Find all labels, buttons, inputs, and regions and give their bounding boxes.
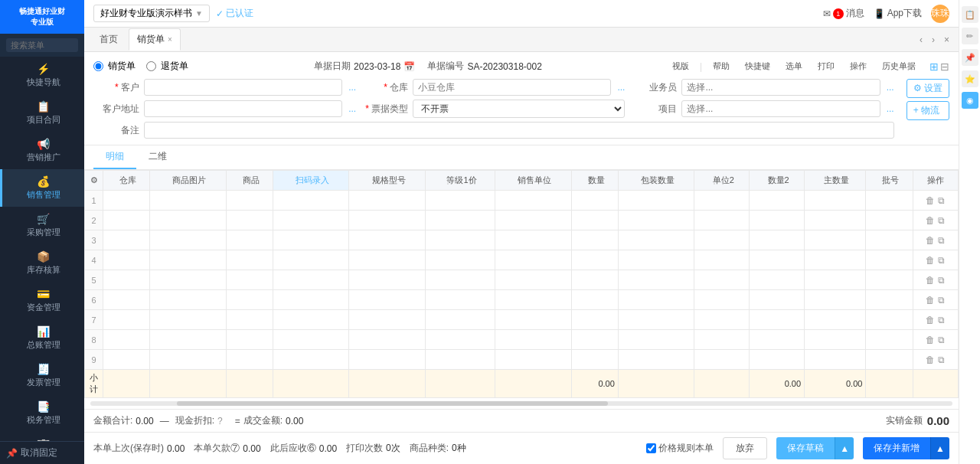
- toolbar-shortcut-btn[interactable]: 快捷键: [740, 58, 775, 74]
- col-resizer[interactable]: ⋮: [443, 175, 446, 185]
- table-cell[interactable]: [805, 270, 866, 290]
- right-panel-btn-4[interactable]: ⭐: [962, 70, 978, 87]
- warehouse-dots-btn[interactable]: ...: [617, 82, 625, 93]
- table-cell[interactable]: [618, 330, 694, 350]
- save-draft-arrow-btn[interactable]: ▲: [835, 437, 854, 459]
- table-cell[interactable]: [618, 250, 694, 270]
- table-cell[interactable]: [805, 250, 866, 270]
- copy-row-btn[interactable]: ⧉: [938, 335, 945, 345]
- table-cell[interactable]: [571, 211, 618, 230]
- table-cell[interactable]: [694, 191, 750, 211]
- sidebar-item-tax[interactable]: 📑 税务管理: [0, 394, 84, 432]
- sidebar-item-project[interactable]: 📋 项目合同: [0, 94, 84, 132]
- delete-row-btn[interactable]: 🗑: [926, 195, 935, 206]
- col-resizer[interactable]: ⋮: [710, 175, 713, 185]
- table-cell[interactable]: [273, 230, 349, 250]
- sidebar-search-input[interactable]: [6, 38, 78, 52]
- table-cell[interactable]: [273, 310, 349, 330]
- table-cell[interactable]: [150, 330, 227, 350]
- table-cell[interactable]: [426, 191, 495, 211]
- table-cell[interactable]: [866, 290, 913, 310]
- delete-row-btn[interactable]: 🗑: [926, 255, 935, 266]
- table-cell[interactable]: [349, 270, 426, 290]
- table-cell[interactable]: [150, 191, 227, 211]
- table-cell[interactable]: [866, 230, 913, 250]
- right-panel-btn-5[interactable]: ◉: [962, 92, 978, 109]
- project-dots-btn[interactable]: ...: [887, 103, 894, 114]
- table-cell[interactable]: [150, 211, 227, 230]
- table-cell[interactable]: [750, 211, 805, 230]
- table-cell[interactable]: [426, 350, 495, 370]
- table-cell[interactable]: [103, 250, 150, 270]
- table-cell[interactable]: [495, 230, 572, 250]
- table-cell[interactable]: [805, 191, 866, 211]
- table-cell[interactable]: [226, 330, 273, 350]
- table-cell[interactable]: [273, 290, 349, 310]
- table-cell[interactable]: [694, 350, 750, 370]
- table-cell[interactable]: [103, 310, 150, 330]
- table-cell[interactable]: [571, 350, 618, 370]
- sidebar-item-purchase[interactable]: 🛒 采购管理: [0, 207, 84, 244]
- table-cell[interactable]: [495, 310, 572, 330]
- table-cell[interactable]: [150, 310, 227, 330]
- table-cell[interactable]: [103, 350, 150, 370]
- table-cell[interactable]: [694, 211, 750, 230]
- sidebar-cancel-pin[interactable]: 📌 取消固定: [0, 441, 84, 464]
- tab-sales-order[interactable]: 销货单 ×: [129, 28, 181, 51]
- layout-icon-2[interactable]: ⊟: [940, 60, 949, 73]
- layout-icon-1[interactable]: ⊞: [929, 60, 939, 73]
- table-cell[interactable]: [349, 230, 426, 250]
- sidebar-item-quick-nav[interactable]: ⚡ 快捷导航: [0, 57, 84, 94]
- customer-addr-dots-btn[interactable]: ...: [348, 103, 356, 114]
- table-cell[interactable]: [694, 330, 750, 350]
- table-cell[interactable]: [866, 250, 913, 270]
- sidebar-item-invoice[interactable]: 🧾 发票管理: [0, 357, 84, 394]
- company-selector[interactable]: 好业财专业版演示样书 ▼: [93, 5, 210, 22]
- table-cell[interactable]: [103, 191, 150, 211]
- table-cell[interactable]: [694, 310, 750, 330]
- customer-dots-btn[interactable]: ...: [348, 82, 356, 93]
- table-cell[interactable]: [618, 270, 694, 290]
- table-cell[interactable]: [866, 191, 913, 211]
- table-cell[interactable]: [694, 230, 750, 250]
- table-cell[interactable]: [426, 330, 495, 350]
- scroll-thumb[interactable]: [177, 401, 608, 406]
- col-resizer[interactable]: ⋮: [765, 175, 768, 185]
- table-cell[interactable]: [103, 290, 150, 310]
- tab-home[interactable]: 首页: [90, 28, 127, 51]
- table-cell[interactable]: [103, 270, 150, 290]
- copy-row-btn[interactable]: ⧉: [938, 275, 945, 286]
- copy-row-btn[interactable]: ⧉: [938, 215, 945, 226]
- table-cell[interactable]: [150, 290, 227, 310]
- copy-row-btn[interactable]: ⧉: [938, 355, 945, 365]
- col-resizer[interactable]: ⋮: [169, 175, 172, 185]
- table-cell[interactable]: [150, 230, 227, 250]
- toolbar-view-btn[interactable]: 视版: [668, 58, 694, 74]
- calendar-icon[interactable]: 📅: [403, 61, 415, 72]
- settings-btn[interactable]: ⚙ 设置: [906, 79, 949, 98]
- table-cell[interactable]: [750, 230, 805, 250]
- table-cell[interactable]: [495, 270, 572, 290]
- horizontal-scrollbar[interactable]: [90, 401, 952, 406]
- table-cell[interactable]: [750, 350, 805, 370]
- sidebar-item-inventory[interactable]: 📦 库存核算: [0, 244, 84, 282]
- table-cell[interactable]: [618, 350, 694, 370]
- table-cell[interactable]: [618, 211, 694, 230]
- delete-row-btn[interactable]: 🗑: [926, 235, 935, 246]
- table-cell[interactable]: [349, 250, 426, 270]
- radio-return[interactable]: [146, 61, 156, 71]
- tab-nav-close[interactable]: ×: [941, 33, 952, 47]
- save-new-btn[interactable]: 保存并新增: [863, 437, 930, 459]
- table-cell[interactable]: [571, 310, 618, 330]
- table-cell[interactable]: [426, 250, 495, 270]
- col-resizer[interactable]: ⋮: [821, 175, 824, 185]
- customer-input[interactable]: [144, 79, 342, 96]
- table-cell[interactable]: [805, 350, 866, 370]
- price-standard-input[interactable]: [646, 443, 656, 453]
- table-cell[interactable]: [805, 211, 866, 230]
- sidebar-logo[interactable]: 畅捷通好业财 专业版: [0, 0, 84, 34]
- table-cell[interactable]: [349, 290, 426, 310]
- price-standard-checkbox[interactable]: 价格规则本单: [646, 442, 714, 455]
- col-resizer[interactable]: ⋮: [240, 175, 243, 185]
- table-cell[interactable]: [750, 290, 805, 310]
